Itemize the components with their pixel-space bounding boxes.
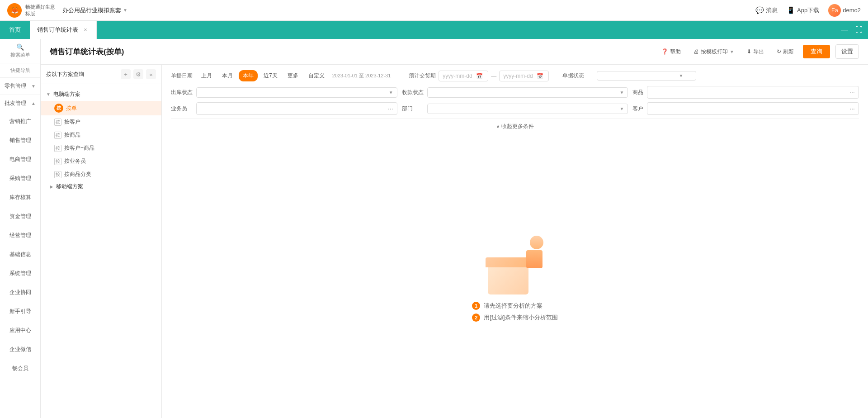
sidebar-item-quicknav[interactable]: 快捷导航	[0, 63, 40, 78]
expected-date-from[interactable]: yyyy-mm-dd 📅	[439, 71, 488, 81]
page-title: 销售订单统计表(按单)	[50, 47, 124, 57]
sidebar-item-enterprise[interactable]: 企业协同	[0, 283, 40, 302]
sidebar-item-sales[interactable]: 销售管理	[0, 131, 40, 150]
custom-date-btn[interactable]: 自定义	[304, 70, 329, 81]
tree-group-pc[interactable]: ▼ 电脑端方案	[41, 88, 161, 101]
product-dots-icon: ···	[849, 89, 855, 96]
top-header: 🦊 畅捷通好生意 标版 办公用品行业模拟账套 ▼ 💬 消息 📱 App下载 Ea…	[0, 0, 868, 21]
calendar-icon: 📅	[476, 73, 483, 79]
this-year-btn[interactable]: 本年	[239, 70, 258, 81]
tree-item-by-staff[interactable]: 按 按业务员	[41, 155, 161, 168]
collapse-filter-button[interactable]: ∧ 收起更多条件	[171, 119, 859, 134]
filter-row-2: 出库状态 ▼ 收款状态 ▼	[171, 86, 859, 99]
product-select[interactable]: ···	[647, 86, 859, 99]
char-head	[530, 236, 543, 249]
tree-item-by-customer[interactable]: 按 按客户	[41, 115, 161, 128]
tree-item-by-cus-prod[interactable]: 按 按客户+商品	[41, 142, 161, 155]
sidebar-item-wechat[interactable]: 企业微信	[0, 340, 40, 359]
tab-sales-order[interactable]: 销售订单统计表 ×	[30, 21, 97, 39]
by-product-icon: 按	[54, 132, 61, 139]
logo-area: 🦊 畅捷通好生意 标版	[7, 3, 55, 18]
query-button[interactable]: 查询	[803, 45, 830, 58]
dept-cell: 部门 ▼	[402, 102, 628, 115]
sidebar-item-marketing[interactable]: 营销推广	[0, 112, 40, 131]
sidebar-item-ecommerce[interactable]: 电商管理	[0, 150, 40, 169]
calendar-icon-2: 📅	[537, 73, 543, 79]
sidebar-item-inventory[interactable]: 库存核算	[0, 188, 40, 207]
page-actions: ❓ 帮助 🖨 按模板打印 ▼ ⬇ 导出 ↻ 刷新	[658, 44, 859, 59]
sidebar-item-purchase[interactable]: 采购管理	[0, 169, 40, 188]
scheme-settings-button[interactable]: ⚙	[133, 69, 143, 79]
customer-select[interactable]: ···	[647, 102, 859, 115]
user-menu[interactable]: Ea demo2	[828, 4, 861, 17]
search-icon: 🔍	[16, 43, 24, 51]
expected-date-group: 预计交货期 yyyy-mm-dd 📅 — yyyy-mm-dd 📅	[409, 71, 549, 81]
template-print-button[interactable]: 🖨 按模板打印 ▼	[690, 46, 738, 57]
export-button[interactable]: ⬇ 导出	[743, 46, 768, 57]
sidebar-item-appstore[interactable]: 应用中心	[0, 321, 40, 340]
tree-item-by-product[interactable]: 按 按商品	[41, 128, 161, 142]
tree-item-by-order[interactable]: 按 按单	[41, 101, 161, 115]
avatar: Ea	[828, 4, 841, 17]
page-header: 销售订单统计表(按单) ❓ 帮助 🖨 按模板打印 ▼ ⬇ 导出	[41, 39, 868, 65]
sidebar-item-search[interactable]: 🔍 搜索菜单	[0, 39, 40, 63]
out-status-label: 出库状态	[171, 89, 196, 96]
scheme-tree: ▼ 电脑端方案 按 按单 按 按客户 按 按商品	[41, 84, 161, 196]
tab-close-button[interactable]: ×	[82, 26, 89, 33]
sidebar-item-retail[interactable]: 零售管理 ▼	[0, 78, 40, 95]
message-icon: 💬	[755, 6, 764, 14]
app-download-button[interactable]: 📱 App下载	[787, 6, 819, 14]
collapse-panel-button[interactable]: «	[146, 69, 156, 79]
help-button[interactable]: ❓ 帮助	[658, 46, 684, 57]
tip-num-1: 1	[472, 302, 480, 310]
export-icon: ⬇	[747, 48, 751, 55]
filter-row-3: 业务员 ··· 部门 ▼	[171, 102, 859, 115]
empty-state: 1 请先选择要分析的方案 2 用[过滤]条件来缩小分析范围	[162, 139, 868, 418]
last-7days-btn[interactable]: 近7天	[259, 70, 282, 81]
sidebar-item-wholesale[interactable]: 批发管理 ▲	[0, 95, 40, 112]
industry-selector[interactable]: 办公用品行业模拟账套 ▼	[62, 6, 127, 14]
status-group: 单据状态 ▼	[562, 71, 696, 81]
pay-status-select[interactable]: ▼	[427, 87, 628, 98]
message-button[interactable]: 💬 消息	[755, 6, 778, 14]
maximize-button[interactable]: ⛶	[854, 24, 864, 35]
retail-arrow-icon: ▼	[31, 84, 36, 89]
by-order-active-icon: 按	[54, 104, 63, 113]
customer-dots-icon: ···	[849, 105, 855, 112]
add-scheme-button[interactable]: +	[121, 69, 131, 79]
sidebar-item-basic[interactable]: 基础信息	[0, 245, 40, 264]
minimize-button[interactable]: —	[839, 24, 850, 35]
customer-label: 客户	[632, 105, 647, 113]
by-category-icon: 按	[54, 171, 61, 178]
sidebar-item-newbie[interactable]: 新手引导	[0, 302, 40, 321]
sidebar-item-finance[interactable]: 资金管理	[0, 207, 40, 226]
settings-button[interactable]: 设置	[835, 44, 859, 59]
sidebar-item-operation[interactable]: 经营管理	[0, 226, 40, 245]
last-month-btn[interactable]: 上月	[197, 70, 216, 81]
status-select[interactable]: ▼	[597, 71, 696, 81]
sidebar-item-system[interactable]: 系统管理	[0, 264, 40, 283]
this-month-btn[interactable]: 本月	[218, 70, 237, 81]
tip-num-2: 2	[472, 314, 480, 322]
expected-date-to[interactable]: yyyy-mm-dd 📅	[499, 71, 549, 81]
more-date-btn[interactable]: 更多	[283, 70, 302, 81]
dept-select[interactable]: ▼	[427, 104, 628, 114]
sidebar-item-member[interactable]: 畅会员	[0, 359, 40, 378]
out-status-select[interactable]: ▼	[196, 87, 397, 98]
wholesale-arrow-icon: ▲	[31, 101, 36, 106]
chevron-down-icon: ▼	[123, 8, 127, 13]
tree-group-mobile[interactable]: ▶ 移动端方案	[41, 181, 161, 192]
date-range-text: 2023-01-01 至 2023-12-31	[332, 72, 391, 79]
tab-home[interactable]: 首页	[0, 21, 30, 39]
tree-item-by-category[interactable]: 按 按商品分类	[41, 168, 161, 181]
dept-chevron-icon: ▼	[619, 106, 624, 111]
staff-select[interactable]: ···	[196, 102, 397, 115]
date-buttons: 上月 本月 本年 近7天 更多 自定义	[197, 70, 329, 81]
staff-cell: 业务员 ···	[171, 102, 397, 115]
status-chevron-icon: ▼	[679, 73, 683, 78]
tab-bar: 首页 销售订单统计表 × — ⛶	[0, 21, 868, 39]
pc-group-arrow-icon: ▼	[46, 92, 51, 97]
logo-text: 畅捷通好生意 标版	[25, 4, 55, 17]
refresh-button[interactable]: ↻ 刷新	[773, 46, 797, 57]
date-separator: —	[491, 73, 496, 79]
